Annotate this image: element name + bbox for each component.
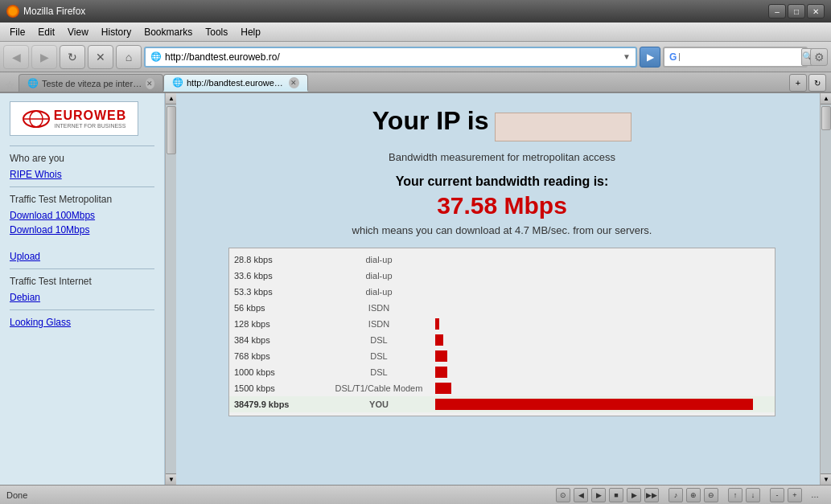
- speed-bar-container: [435, 254, 770, 265]
- page-scroll-up[interactable]: ▲: [821, 93, 831, 104]
- menu-file[interactable]: File: [3, 25, 31, 39]
- download-100-link[interactable]: Download 100Mbps: [10, 210, 154, 221]
- traffic-metro-label: Traffic Test Metropolitan: [10, 194, 154, 205]
- traffic-internet-label: Traffic Test Internet: [10, 276, 154, 287]
- status-icon-3: ▶: [591, 488, 606, 502]
- status-icon-8: ⊕: [686, 488, 701, 502]
- your-ip-label: Your IP is: [372, 106, 489, 135]
- speed-kbps-label: 33.6 kbps: [234, 271, 323, 281]
- menu-bookmarks[interactable]: Bookmarks: [138, 25, 199, 39]
- stop-button[interactable]: ✕: [88, 45, 113, 69]
- minimize-button[interactable]: –: [768, 4, 786, 18]
- who-are-you-label: Who are you: [10, 153, 154, 164]
- current-reading-label: Your current bandwidth reading is:: [200, 174, 804, 189]
- nav-bar: ◀ ▶ ↻ ✕ ⌂ 🌐 http://bandtest.euroweb.ro/ …: [0, 42, 831, 72]
- tab-0-label: Teste de viteza pe internet in ...: [42, 79, 142, 88]
- speed-bar-container: [435, 286, 770, 297]
- ip-value-box: [495, 113, 631, 141]
- close-button[interactable]: ✕: [807, 4, 825, 18]
- speed-bar: [435, 350, 447, 362]
- gear-button[interactable]: ⚙: [810, 48, 828, 66]
- speed-bar-container: [435, 318, 770, 330]
- speed-bar-container: [435, 270, 770, 281]
- sidebar-scrollbar[interactable]: ▲ ▼: [165, 93, 176, 485]
- status-zoom-in[interactable]: +: [788, 488, 802, 502]
- reload-button[interactable]: ↻: [60, 45, 85, 69]
- menu-history[interactable]: History: [95, 25, 138, 39]
- menu-help[interactable]: Help: [234, 25, 267, 39]
- menu-view[interactable]: View: [61, 25, 95, 39]
- speed-bar: [435, 399, 753, 410]
- upload-link[interactable]: Upload: [10, 251, 154, 262]
- url-favicon: 🌐: [150, 51, 162, 62]
- speed-bar-container: [435, 350, 770, 362]
- page-area: Your IP is Bandwidth measurement for met…: [176, 93, 820, 485]
- speed-type-label: DSL: [323, 335, 435, 345]
- new-tab-button[interactable]: +: [789, 74, 807, 92]
- speed-type-label: DSL/T1/Cable Modem: [323, 383, 435, 393]
- tab-1[interactable]: 🌐 http://bandtest.euroweb.ro/ ✕: [163, 74, 308, 92]
- sidebar-divider-2: [10, 186, 154, 187]
- forward-button[interactable]: ▶: [31, 45, 57, 69]
- debian-link[interactable]: Debian: [10, 292, 154, 303]
- window-controls[interactable]: – □ ✕: [768, 4, 825, 18]
- speed-bar-container: [435, 302, 770, 313]
- speed-bar: [435, 367, 447, 378]
- url-dropdown-icon[interactable]: ▼: [623, 52, 631, 61]
- status-zoom-level: …: [805, 490, 825, 499]
- page-scroll-down[interactable]: ▼: [821, 473, 831, 485]
- page-scroll-thumb[interactable]: [821, 106, 831, 130]
- back-button[interactable]: ◀: [3, 45, 29, 69]
- logo-brand-text: EUROWEB: [54, 109, 127, 122]
- tab-1-close[interactable]: ✕: [289, 77, 299, 88]
- status-icon-10: ↑: [728, 488, 743, 502]
- sidebar-scroll-down[interactable]: ▼: [166, 473, 177, 485]
- search-bar[interactable]: G | 🔍: [663, 47, 808, 68]
- speed-type-label: dial-up: [323, 271, 435, 281]
- speed-row: 1500 kbpsDSL/T1/Cable Modem: [229, 380, 775, 396]
- status-icon-5: ▶: [627, 488, 641, 502]
- speed-row: 56 kbpsISDN: [229, 300, 775, 316]
- ripe-whois-link[interactable]: RIPE Whois: [10, 169, 154, 180]
- euroweb-logo-icon: [22, 109, 51, 129]
- speed-row: 28.8 kbpsdial-up: [229, 252, 775, 268]
- speed-kbps-label: 1500 kbps: [234, 383, 323, 393]
- menu-edit[interactable]: Edit: [31, 25, 61, 39]
- tab-0-close[interactable]: ✕: [146, 78, 154, 89]
- speed-bar: [435, 383, 451, 394]
- speed-kbps-label: 28.8 kbps: [234, 255, 323, 264]
- euroweb-logo: EUROWEB INTERNET FOR BUSINESS: [10, 101, 138, 136]
- speed-chart: 28.8 kbpsdial-up33.6 kbpsdial-up53.3 kbp…: [228, 248, 775, 416]
- sidebar-scroll-up[interactable]: ▲: [166, 93, 177, 104]
- status-zoom-out[interactable]: -: [770, 488, 784, 502]
- tab-1-label: http://bandtest.euroweb.ro/: [187, 78, 286, 88]
- bookmark-star-icon[interactable]: ☆: [5, 79, 15, 92]
- maximize-button[interactable]: □: [788, 4, 805, 18]
- sidebar-scroll-thumb[interactable]: [167, 106, 176, 154]
- sidebar-divider-4: [10, 309, 154, 310]
- reload-all-tabs-button[interactable]: ↻: [808, 74, 826, 92]
- search-input[interactable]: [681, 51, 801, 63]
- status-text: Done: [6, 490, 556, 500]
- tab-0[interactable]: 🌐 Teste de viteza pe internet in ... ✕: [19, 74, 163, 92]
- speed-bar-container: [435, 383, 770, 394]
- speed-bar: [435, 318, 439, 330]
- speed-bar-container: [435, 399, 770, 410]
- page-scrollbar[interactable]: ▲ ▼: [820, 93, 831, 485]
- url-bar[interactable]: 🌐 http://bandtest.euroweb.ro/ ▼: [144, 47, 637, 68]
- speed-type-label: dial-up: [323, 255, 435, 264]
- speed-type-label: DSL: [323, 351, 435, 361]
- go-button[interactable]: ▶: [640, 47, 660, 68]
- download-10-link[interactable]: Download 10Mbps: [10, 224, 154, 236]
- content-area: EUROWEB INTERNET FOR BUSINESS Who are yo…: [0, 93, 831, 485]
- speed-kbps-label: 128 kbps: [234, 319, 323, 329]
- status-icon-4: ■: [609, 488, 623, 502]
- home-button[interactable]: ⌂: [116, 45, 142, 69]
- status-icon-9: ⊖: [704, 488, 718, 502]
- looking-glass-link[interactable]: Looking Glass: [10, 317, 154, 328]
- menu-tools[interactable]: Tools: [199, 25, 234, 39]
- logo-subtitle-text: INTERNET FOR BUSINESS: [54, 123, 127, 129]
- tab-0-favicon: 🌐: [27, 78, 39, 89]
- page-scroll-track: [821, 104, 831, 473]
- google-g-icon: G: [669, 51, 677, 63]
